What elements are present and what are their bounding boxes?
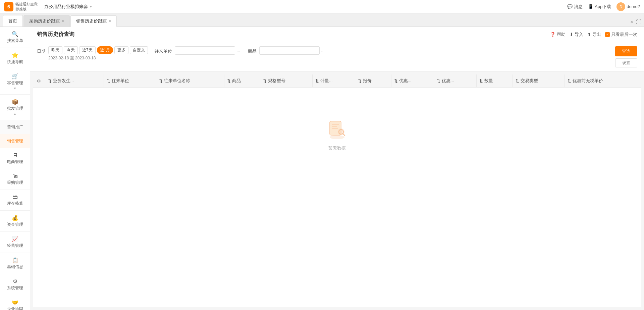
sidebar-item-wholesale-label: 批发管理 — [7, 106, 23, 111]
tab-sales-history-label: 销售历史价跟踪 — [76, 18, 107, 24]
col-unit-sort-icon: ⇅ — [315, 79, 319, 84]
sidebar-item-operation-label: 经营管理 — [7, 243, 23, 249]
col-spec-label: 规格型号 — [268, 78, 285, 84]
topbar-left: 6 畅捷通好生意 标准版 办公用品行业模拟账套 ▼ — [4, 2, 93, 11]
tab-sales-history-close[interactable]: × — [109, 19, 111, 23]
page-title: 销售历史价查询 — [37, 31, 74, 42]
sidebar-item-enterprise[interactable]: 🤝 企业协同 — [0, 295, 30, 310]
product-filter-label: 商品 — [248, 46, 257, 54]
tab-sales-history[interactable]: 销售历史价跟踪 × — [70, 15, 117, 27]
sidebar-item-marketing[interactable]: 营销推广 — [0, 120, 30, 134]
only-last-checkbox[interactable]: ✓ 只看最后一次 — [605, 32, 637, 38]
table-col-partner-code[interactable]: ⇅ 往来单位 — [104, 74, 156, 88]
filter-btn-group: 查询 设置 — [615, 46, 637, 67]
tab-maximize-button[interactable]: ⛶ — [636, 19, 641, 25]
breadcrumb[interactable]: 办公用品行业模拟账套 ▼ — [44, 4, 93, 10]
wholesale-arrow-icon: ▲ — [13, 112, 17, 116]
col-spec-sort-icon: ⇅ — [263, 79, 267, 84]
date-btn-yesterday[interactable]: 昨天 — [48, 46, 62, 54]
tab-home[interactable]: 首页 — [3, 15, 23, 27]
breadcrumb-dropdown-icon[interactable]: ▼ — [89, 5, 93, 8]
export-icon: ⬆ — [587, 32, 591, 37]
col-price-label: 报价 — [363, 78, 372, 84]
topbar-right: 💬 消息 📱 App下载 D demo2 — [567, 2, 640, 11]
date-btn-7days[interactable]: 近7天 — [79, 46, 96, 54]
help-icon: ❓ — [550, 32, 555, 37]
date-btn-custom[interactable]: 自定义 — [130, 46, 148, 54]
table-col-unit[interactable]: ⇅ 计量... — [312, 74, 355, 88]
col-price-sort-icon: ⇅ — [358, 79, 362, 84]
date-btn-1month[interactable]: 近1月 — [97, 46, 113, 54]
sidebar-item-basic[interactable]: 📋 基础信息 — [0, 253, 30, 274]
sidebar-item-search-label: 搜索菜单 — [7, 38, 23, 44]
logo-area: 6 畅捷通好生意 标准版 — [4, 2, 38, 11]
message-action[interactable]: 💬 消息 — [567, 4, 583, 10]
content-area: 销售历史价查询 ❓ 帮助 ⬇ 导入 ⬆ 导出 ✓ 只看最后一次 — [30, 27, 644, 310]
tab-purchase-history[interactable]: 采购历史价跟踪 × — [23, 15, 70, 27]
logo-text: 畅捷通好生意 标准版 — [15, 2, 38, 11]
col-pretax-price-label: 优惠前无税单价 — [573, 78, 603, 84]
import-action[interactable]: ⬇ 导入 — [570, 32, 583, 38]
sidebar-item-ecommerce[interactable]: 🖥 电商管理 — [0, 148, 30, 169]
table-col-spec[interactable]: ⇅ 规格型号 — [260, 74, 312, 88]
inventory-icon: 🗃 — [12, 194, 18, 200]
tab-home-label: 首页 — [8, 18, 17, 24]
partner-filter-label: 往来单位 — [155, 46, 172, 54]
user-area[interactable]: D demo2 — [616, 2, 640, 11]
product-input[interactable] — [259, 46, 320, 55]
filter-dates: 昨天 今天 近7天 近1月 更多 自定义 2023-02-18 至 2023-0… — [48, 46, 148, 61]
sidebar-item-purchase[interactable]: 🛍 采购管理 — [0, 169, 30, 190]
product-input-dots: ... — [320, 47, 326, 54]
table-col-discount1[interactable]: ⇅ 优惠... — [391, 74, 434, 88]
ecommerce-icon: 🖥 — [12, 152, 18, 158]
sidebar-item-finance-label: 资金管理 — [7, 222, 23, 227]
table-col-biz-date[interactable]: ⇅ 业务发生... — [45, 74, 104, 88]
date-range-display: 2023-02-18 至 2023-03-18 — [48, 55, 148, 61]
sidebar-item-finance[interactable]: 💰 资金管理 — [0, 211, 30, 232]
col-product-label: 商品 — [232, 78, 241, 84]
table-col-pretax-price[interactable]: ⇅ 优惠前无税单价 — [565, 74, 641, 88]
import-icon: ⬇ — [570, 32, 573, 37]
sidebar-item-operation[interactable]: 📈 经营管理 — [0, 232, 30, 253]
system-icon: ⚙ — [13, 278, 17, 285]
col-partner-code-label: 往来单位 — [112, 78, 129, 84]
tabbar: 首页 采购历史价跟踪 × 销售历史价跟踪 × × ⛶ — [0, 13, 644, 27]
sidebar: 🔍 搜索菜单 ⭐ 快捷导航 🛒 零售管理 ▼ 📦 批发管理 ▲ 营销推广 销售管… — [0, 27, 30, 310]
app-download-action[interactable]: 📱 App下载 — [588, 4, 611, 10]
col-discount1-sort-icon: ⇅ — [394, 79, 398, 84]
table-col-price[interactable]: ⇅ 报价 — [355, 74, 391, 88]
table-col-discount2[interactable]: ⇅ 优惠... — [434, 74, 477, 88]
empty-state: 暂无数据 — [33, 88, 641, 178]
sidebar-item-quicknav[interactable]: ⭐ 快捷导航 — [0, 48, 30, 69]
table-col-partner-name[interactable]: ⇅ 往来单位名称 — [156, 74, 224, 88]
sidebar-item-system[interactable]: ⚙ 系统管理 — [0, 274, 30, 295]
partner-input[interactable] — [175, 46, 235, 55]
tab-purchase-history-close[interactable]: × — [62, 19, 64, 23]
tab-close-all-button[interactable]: × — [630, 19, 633, 25]
table-col-product[interactable]: ⇅ 商品 — [224, 74, 260, 88]
table-settings-header[interactable]: ⚙ — [33, 74, 45, 88]
sidebar-item-quicknav-label: 快捷导航 — [7, 59, 23, 65]
sidebar-item-retail[interactable]: 🛒 零售管理 ▼ — [0, 69, 30, 95]
setting-button[interactable]: 设置 — [615, 58, 637, 67]
query-button[interactable]: 查询 — [615, 46, 637, 56]
export-label: 导出 — [592, 32, 601, 38]
export-action[interactable]: ⬆ 导出 — [587, 32, 601, 38]
help-action[interactable]: ❓ 帮助 — [550, 32, 566, 38]
date-btn-more[interactable]: 更多 — [114, 46, 128, 54]
product-input-wrap: ... — [259, 46, 326, 55]
date-btn-today[interactable]: 今天 — [64, 46, 78, 54]
col-discount2-sort-icon: ⇅ — [437, 79, 440, 84]
sidebar-item-search[interactable]: 🔍 搜索菜单 — [0, 27, 30, 48]
app-download-icon: 📱 — [588, 4, 593, 9]
table-col-qty[interactable]: ⇅ 数量 — [477, 74, 513, 88]
sidebar-item-inventory[interactable]: 🗃 库存核算 — [0, 190, 30, 211]
app-download-label: App下载 — [595, 4, 611, 10]
table-settings-icon: ⚙ — [37, 79, 41, 84]
table-col-trade-type[interactable]: ⇅ 交易类型 — [513, 74, 565, 88]
logo-icon: 6 — [4, 2, 13, 11]
retail-icon: 🛒 — [12, 73, 18, 80]
sidebar-item-wholesale[interactable]: 📦 批发管理 ▲ — [0, 95, 30, 120]
basic-icon: 📋 — [12, 257, 18, 263]
sidebar-item-sales-mgmt[interactable]: 销售管理 — [0, 134, 30, 148]
